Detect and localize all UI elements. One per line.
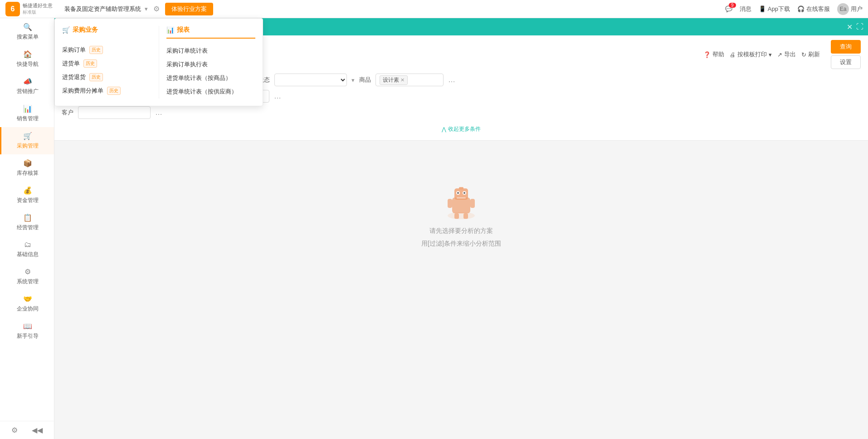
filter-row-1: 日期 - 近7天 更多 自定义 单据状态 ▾ [62, 74, 861, 86]
tab-home[interactable]: 首页 [59, 20, 83, 34]
logo-title: 畅捷通好生意 [23, 2, 53, 9]
sidebar-item-basic[interactable]: 🗂 基础信息 [0, 236, 54, 263]
inventory-icon: 📦 [23, 159, 32, 168]
sidebar-label-system: 系统管理 [17, 278, 39, 286]
salesperson-dots[interactable]: … [274, 92, 281, 100]
tab-close-icon[interactable]: ✕ [122, 24, 127, 30]
content-area: 首页 销售排行榜 ✕ ✕ ⛶ ❓ 帮助 [54, 18, 868, 439]
query-button[interactable]: 查询 [831, 40, 861, 54]
app-label: App下载 [768, 5, 790, 13]
service-label: 在线客服 [806, 5, 830, 13]
nav-title: 装备及固定资产辅助管理系统 [64, 5, 141, 13]
online-service[interactable]: 🎧 在线客服 [797, 5, 830, 13]
app-download[interactable]: 📱 App下载 [759, 5, 790, 13]
sidebar-label-guide: 新手引导 [17, 332, 39, 340]
sidebar-item-nav[interactable]: 🏠 快捷导航 [0, 45, 54, 73]
tab-expand-icon[interactable]: ⛶ [856, 23, 863, 31]
refresh-label: 刷新 [808, 50, 820, 59]
settings-bottom-icon[interactable]: ⚙ [11, 426, 18, 434]
date-start-input[interactable] [78, 74, 132, 86]
help-btn[interactable]: ❓ 帮助 [703, 50, 724, 59]
sidebar-item-purchase[interactable]: 🛒 采购管理 [0, 127, 54, 154]
svg-rect-7 [457, 197, 466, 198]
tab-sales-rank-label: 销售排行榜 [90, 23, 119, 31]
svg-point-5 [457, 192, 459, 194]
nav-dropdown-icon[interactable]: ▾ [145, 5, 148, 12]
rank-select[interactable]: 金额 [90, 90, 162, 103]
sidebar-item-inventory[interactable]: 📦 库存核算 [0, 154, 54, 182]
tab-bar: 首页 销售排行榜 ✕ ✕ ⛶ [54, 18, 868, 35]
print-dropdown-icon: ▾ [769, 51, 772, 58]
message-label[interactable]: 消息 [740, 5, 751, 13]
svg-rect-10 [454, 213, 459, 219]
date-range: - [78, 74, 192, 86]
message-icon-wrap[interactable]: 💬 9 [725, 5, 732, 12]
export-btn[interactable]: ↗ 导出 [777, 50, 796, 59]
sidebar-item-operations[interactable]: 📋 经营管理 [0, 209, 54, 236]
sidebar-item-search[interactable]: 🔍 搜索菜单 [0, 18, 54, 45]
user-avatar: Ea [837, 3, 849, 15]
date-label: 日期 [62, 76, 73, 84]
print-btn[interactable]: 🖨 按模板打印 ▾ [730, 50, 772, 59]
date-end-input[interactable] [138, 74, 192, 86]
collapse-label: 收起更多条件 [448, 125, 481, 133]
user-menu[interactable]: Ea 用户 [837, 3, 863, 15]
status-label: 单据状态 [246, 76, 270, 84]
refresh-btn[interactable]: ↻ 刷新 [801, 50, 820, 59]
salesperson-input[interactable] [197, 90, 269, 103]
filter-row-3: 客户 … [62, 106, 861, 119]
collapse-button[interactable]: ⋀ 收起更多条件 [62, 123, 861, 136]
tab-close-all-icon[interactable]: ✕ [847, 23, 853, 31]
print-label: 按模板打印 [737, 50, 767, 59]
sidebar-label-basic: 基础信息 [17, 251, 39, 258]
logo-text-wrap: 畅捷通好生意 标准版 [23, 2, 53, 15]
sidebar-label-search: 搜索菜单 [17, 33, 39, 41]
top-bar: 6 畅捷通好生意 标准版 装备及固定资产辅助管理系统 ▾ ⚙ 体验行业方案 💬 … [0, 0, 868, 18]
sidebar-label-operations: 经营管理 [17, 224, 39, 232]
top-nav: 装备及固定资产辅助管理系统 ▾ ⚙ 体验行业方案 [60, 3, 725, 15]
logo-area: 6 畅捷通好生意 标准版 [5, 2, 60, 16]
shortcut-more[interactable]: 更多 [213, 76, 224, 84]
trial-button[interactable]: 体验行业方案 [165, 3, 213, 15]
export-label: 导出 [784, 50, 796, 59]
sidebar-item-marketing[interactable]: 📣 营销推广 [0, 73, 54, 100]
home-icon: 🏠 [23, 50, 32, 59]
tab-sales-rank[interactable]: 销售排行榜 ✕ [83, 20, 133, 34]
status-select[interactable] [274, 74, 347, 86]
collapse-icon: ⋀ [442, 126, 446, 133]
collapse-sidebar-icon[interactable]: ◀◀ [32, 426, 43, 434]
sidebar-label-collab: 企业协同 [17, 305, 39, 313]
svg-point-6 [463, 192, 465, 194]
message-badge: 9 [729, 3, 736, 8]
logo-subtitle: 标准版 [23, 9, 53, 15]
sidebar-item-sales[interactable]: 📊 销售管理 [0, 100, 54, 127]
page-content: ❓ 帮助 🖨 按模板打印 ▾ ↗ 导出 ↻ 刷新 [54, 35, 868, 439]
sidebar: 🔍 搜索菜单 🏠 快捷导航 📣 营销推广 📊 销售管理 🛒 采购管理 📦 库存核… [0, 18, 54, 439]
shortcut-7days[interactable]: 近7天 [197, 76, 211, 84]
export-icon: ↗ [777, 51, 782, 58]
sidebar-label-purchase: 采购管理 [17, 142, 39, 150]
collab-icon: 🤝 [23, 295, 32, 303]
help-label: 帮助 [712, 50, 724, 59]
shortcut-custom[interactable]: 自定义 [225, 76, 242, 84]
sidebar-item-system[interactable]: ⚙ 系统管理 [0, 263, 54, 290]
sidebar-item-guide[interactable]: 📖 新手引导 [0, 317, 54, 345]
salesperson-label: 业务员 [175, 92, 192, 100]
goods-dots[interactable]: … [448, 76, 455, 84]
tab-bar-right: ✕ ⛶ [847, 23, 863, 31]
customer-dots[interactable]: … [155, 109, 162, 117]
tab-home-label: 首页 [65, 23, 77, 31]
filter-toolbar: ❓ 帮助 🖨 按模板打印 ▾ ↗ 导出 ↻ 刷新 [62, 40, 861, 69]
filter-row-2: 排名项目 金额 ▾ 业务员 … [62, 90, 861, 103]
sidebar-item-collab[interactable]: 🤝 企业协同 [0, 290, 54, 317]
goods-tag-close[interactable]: ✕ [400, 77, 405, 83]
main-layout: 🔍 搜索菜单 🏠 快捷导航 📣 营销推广 📊 销售管理 🛒 采购管理 📦 库存核… [0, 18, 868, 439]
settings-button[interactable]: 设置 [831, 55, 861, 69]
help-icon: ❓ [703, 51, 711, 58]
svg-rect-12 [459, 187, 463, 189]
customer-input[interactable] [78, 106, 151, 119]
sidebar-item-finance[interactable]: 💰 资金管理 [0, 182, 54, 209]
goods-input[interactable]: 设计素 ✕ [375, 74, 444, 86]
nav-settings-icon[interactable]: ⚙ [153, 5, 160, 13]
svg-rect-11 [463, 213, 468, 219]
